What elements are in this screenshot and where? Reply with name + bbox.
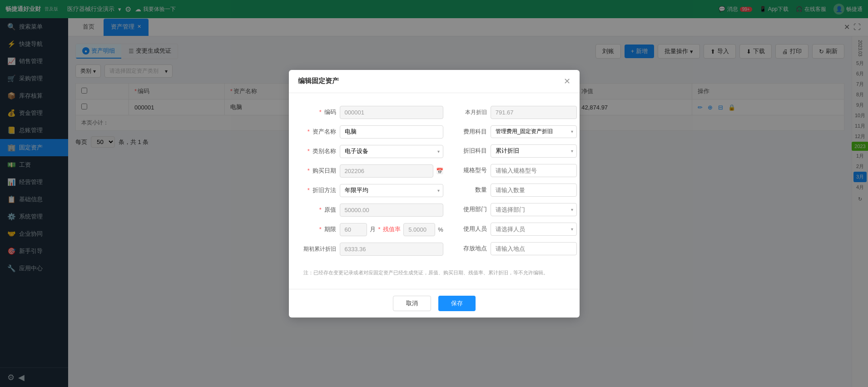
residual-rate-input[interactable] [403,223,435,236]
use-person-label: 使用人员 [454,225,491,233]
code-input[interactable] [340,106,443,119]
modal-body: * 编码 * 资产名称 [289,93,580,289]
form-row-depreciation-subject: 折旧科目 ▾ [454,144,577,158]
modal-title: 编辑固定资产 [298,77,339,85]
modal-footer: 取消 保存 [289,289,580,318]
quantity-label: 数量 [454,186,491,194]
form-grid: * 编码 * 资产名称 [298,102,570,266]
depreciation-subject-select[interactable] [491,144,577,158]
edit-asset-modal: 编辑固定资产 ✕ * 编码 [289,70,580,318]
use-dept-label: 使用部门 [454,205,491,213]
category-select[interactable] [340,145,443,158]
form-row-spec: 规格型号 [454,164,577,177]
calendar-icon[interactable]: 📅 [436,168,443,174]
spec-input[interactable] [491,164,577,177]
name-label: * 资产名称 [303,128,340,136]
name-input[interactable] [340,125,443,139]
depreciation-subject-select-wrap: ▾ [491,144,577,158]
purchase-date-input[interactable] [340,164,433,178]
form-row-original-value: * 原值 [303,203,443,217]
form-row-purchase-date: * 购买日期 📅 [303,164,443,178]
form-row-category: * 类别名称 ▾ [303,145,443,158]
form-left-col: * 编码 * 资产名称 [298,102,449,266]
form-right-col: 本月折旧 费用科目 ▾ [449,102,582,266]
modal-close-btn[interactable]: ✕ [564,76,570,86]
form-row-storage: 存放地点 [454,242,577,255]
depreciation-method-label: * 折旧方法 [303,186,340,194]
modal-overlay: 编辑固定资产 ✕ * 编码 [0,0,868,387]
form-row-monthly-depreciation: 本月折旧 [454,106,577,119]
category-select-wrap: ▾ [340,145,443,158]
residual-rate-unit: % [438,226,443,233]
form-row-quantity: 数量 [454,184,577,197]
form-row-code: * 编码 [303,106,443,119]
spec-label: 规格型号 [454,166,491,174]
purchase-date-group: 📅 [340,164,443,178]
monthly-depreciation-input [491,106,577,119]
cancel-button[interactable]: 取消 [393,296,431,311]
period-input[interactable] [340,223,367,236]
form-row-initial-depreciation: 期初累计折旧 [303,243,443,256]
expense-subject-label: 费用科目 [454,128,491,136]
use-person-select-wrap: ▾ [491,223,577,236]
initial-depreciation-input[interactable] [340,243,443,256]
form-row-period: * 期限 月 * 残值率 % [303,223,443,236]
form-row-name: * 资产名称 [303,125,443,139]
code-label: * 编码 [303,108,340,116]
use-person-select[interactable] [491,223,577,236]
initial-depreciation-label: 期初累计折旧 [303,245,340,253]
expense-subject-select-wrap: ▾ [491,125,577,138]
purchase-date-label: * 购买日期 [303,167,340,175]
original-value-label: * 原值 [303,206,340,214]
save-button[interactable]: 保存 [438,296,476,311]
monthly-depreciation-label: 本月折旧 [454,109,491,116]
use-dept-select-wrap: ▾ [491,203,577,216]
period-group: 月 * 残值率 % [340,223,443,236]
form-row-depreciation-method: * 折旧方法 ▾ [303,184,443,197]
use-dept-select[interactable] [491,203,577,216]
form-row-use-person: 使用人员 ▾ [454,223,577,236]
modal-header: 编辑固定资产 ✕ [289,70,580,93]
depreciation-subject-label: 折旧科目 [454,147,491,155]
depreciation-method-select-wrap: ▾ [340,184,443,197]
form-row-use-dept: 使用部门 ▾ [454,203,577,216]
category-label: * 类别名称 [303,147,340,155]
period-unit: 月 [370,225,376,233]
form-row-expense-subject: 费用科目 ▾ [454,125,577,138]
modal-note: 注：已经存在变更记录或者对应固定资产已经生成凭证，原值、购买日期、残值率、累计折… [298,266,570,280]
expense-subject-select[interactable] [491,125,577,138]
original-value-input[interactable] [340,203,443,217]
period-label: * 期限 [303,225,340,233]
storage-label: 存放地点 [454,244,491,253]
depreciation-method-select[interactable] [340,184,443,197]
residual-rate-label: * 残值率 [378,225,401,233]
quantity-input[interactable] [491,184,577,197]
storage-input[interactable] [491,242,577,255]
